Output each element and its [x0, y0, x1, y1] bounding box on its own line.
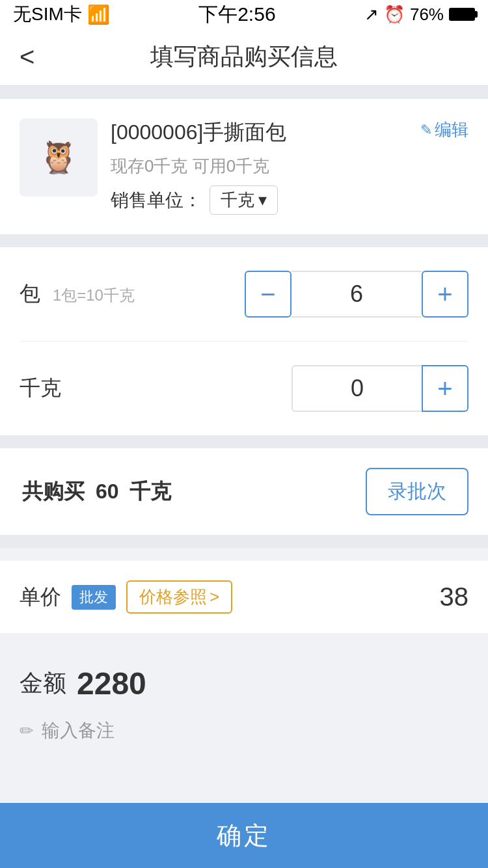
summary-section: 共购买 60 千克 录批次: [0, 448, 488, 535]
price-tag: 批发: [72, 585, 116, 610]
quantity-control-kg: +: [291, 365, 468, 412]
wifi-icon: 📶: [87, 4, 110, 25]
price-value: 38: [440, 582, 469, 612]
quantity-input-bao[interactable]: [291, 271, 422, 318]
confirm-button[interactable]: 确定: [0, 803, 488, 868]
status-bar: 无SIM卡 📶 下午2:56 ↗ ⏰ 76%: [0, 0, 488, 29]
price-label: 单价: [20, 583, 61, 612]
increase-kg-button[interactable]: +: [422, 365, 468, 412]
quantity-section: 包 1包=10千克 − + 千克 +: [0, 247, 488, 435]
remark-row[interactable]: ✏ 输入备注: [20, 708, 468, 763]
product-stock: 现存0千克 可用0千克: [111, 155, 468, 178]
price-ref-label: 价格参照: [139, 586, 207, 608]
nav-bar: < 填写商品购买信息: [0, 29, 488, 86]
decrease-bao-button[interactable]: −: [245, 271, 291, 318]
section-gap-3: [0, 435, 488, 448]
summary-text: 共购买 60 千克: [20, 478, 174, 506]
battery-icon: [449, 8, 475, 21]
product-card: 🦉 [0000006]手撕面包 现存0千克 可用0千克 销售单位： 千克 ▾ ✎…: [0, 99, 488, 234]
edit-button[interactable]: ✎ 编辑: [420, 118, 468, 141]
product-unit-row: 销售单位： 千克 ▾: [111, 185, 468, 215]
increase-bao-button[interactable]: +: [422, 271, 468, 318]
amount-row: 金额 2280: [20, 653, 468, 708]
status-left: 无SIM卡 📶: [13, 2, 110, 27]
quantity-label-bao: 包 1包=10千克: [20, 280, 135, 308]
summary-quantity: 60: [96, 480, 119, 503]
product-thumbnail: 🦉: [20, 118, 98, 197]
status-time: 下午2:56: [198, 1, 275, 28]
back-button[interactable]: <: [20, 42, 34, 72]
amount-value: 2280: [77, 666, 146, 701]
quantity-hint-bao: 1包=10千克: [53, 286, 135, 304]
price-reference-button[interactable]: 价格参照 >: [126, 580, 232, 614]
page-title: 填写商品购买信息: [150, 41, 338, 73]
status-right: ↗ ⏰ 76%: [364, 5, 475, 25]
edit-icon: ✎: [420, 122, 432, 139]
section-gap-4: [0, 535, 488, 548]
unit-label: 销售单位：: [111, 188, 202, 213]
summary-prefix: 共购买: [22, 480, 85, 503]
unit-value: 千克: [221, 189, 254, 211]
quantity-label-kg: 千克: [20, 374, 61, 403]
price-row: 单价 批发 价格参照 > 38: [20, 580, 468, 614]
location-icon: ↗: [364, 5, 379, 25]
quantity-row-bao: 包 1包=10千克 − +: [20, 247, 468, 342]
product-info: [0000006]手撕面包 现存0千克 可用0千克 销售单位： 千克 ▾: [111, 118, 468, 215]
price-section: 单价 批发 价格参照 > 38: [0, 561, 488, 633]
amount-section: 金额 2280 ✏ 输入备注: [0, 633, 488, 763]
carrier-label: 无SIM卡: [13, 2, 82, 27]
amount-label: 金额: [20, 668, 66, 699]
price-ref-arrow: >: [210, 587, 219, 607]
quantity-control-bao: − +: [245, 271, 468, 318]
product-name: [0000006]手撕面包: [111, 118, 468, 147]
batch-button[interactable]: 录批次: [366, 468, 468, 515]
product-logo-icon: 🦉: [39, 139, 78, 176]
quantity-unit-bao: 包: [20, 282, 40, 305]
alarm-icon: ⏰: [384, 5, 405, 25]
battery-percent: 76%: [410, 5, 444, 25]
quantity-input-kg[interactable]: [291, 365, 422, 412]
remark-placeholder: 输入备注: [42, 718, 115, 743]
section-gap-1: [0, 86, 488, 99]
quantity-row-kg: 千克 +: [20, 342, 468, 435]
edit-label: 编辑: [435, 118, 468, 141]
summary-unit: 千克: [129, 480, 171, 503]
remark-icon: ✏: [20, 721, 34, 741]
unit-dropdown-arrow: ▾: [258, 190, 267, 210]
section-gap-2: [0, 234, 488, 247]
unit-selector[interactable]: 千克 ▾: [210, 185, 278, 215]
